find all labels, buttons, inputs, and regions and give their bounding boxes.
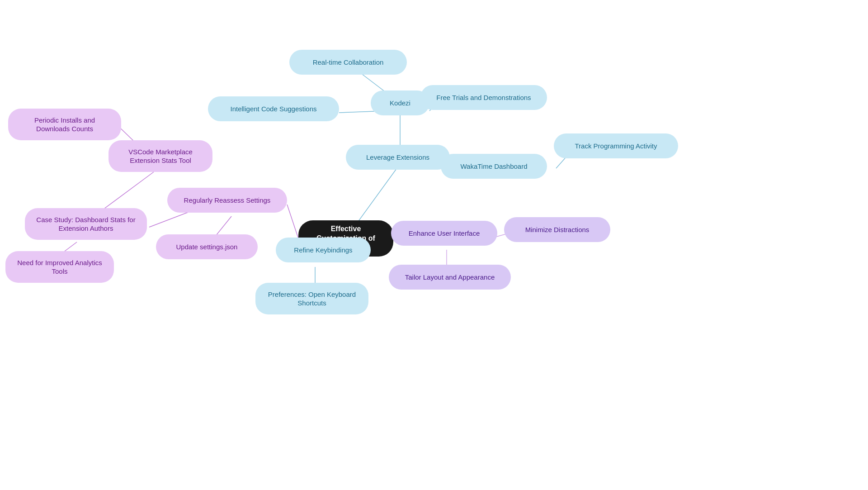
wakatime-node[interactable]: WakaTime Dashboard [441,154,547,179]
refine-keybindings-node[interactable]: Refine Keybindings [276,238,371,262]
enhance-ui-node[interactable]: Enhance User Interface [391,221,497,246]
update-settings-node[interactable]: Update settings.json [156,234,258,259]
regularly-reassess-node[interactable]: Regularly Reassess Settings [167,188,287,213]
periodic-installs-node[interactable]: Periodic Installs and Downloads Counts [8,109,121,140]
svg-line-7 [287,205,298,238]
vscode-marketplace-node[interactable]: VSCode Marketplace Extension Stats Tool [108,140,212,172]
need-analytics-node[interactable]: Need for Improved Analytics Tools [5,251,114,283]
preferences-keyboard-node[interactable]: Preferences: Open Keyboard Shortcuts [255,283,368,314]
tailor-layout-node[interactable]: Tailor Layout and Appearance [389,265,511,290]
real-time-collab-node[interactable]: Real-time Collaboration [289,50,407,75]
minimize-distractions-node[interactable]: Minimize Distractions [504,217,610,242]
intelligent-code-node[interactable]: Intelligent Code Suggestions [208,96,339,121]
free-trials-node[interactable]: Free Trials and Demonstrations [420,85,547,110]
track-programming-node[interactable]: Track Programming Activity [554,133,678,158]
leverage-extensions-node[interactable]: Leverage Extensions [346,145,450,170]
case-study-node[interactable]: Case Study: Dashboard Stats for Extensio… [25,208,147,240]
